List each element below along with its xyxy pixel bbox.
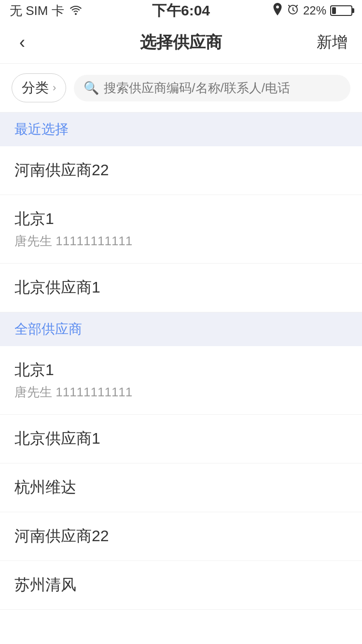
add-button[interactable]: 新增 xyxy=(317,32,348,53)
carrier-text: 无 SIM 卡 xyxy=(10,2,64,19)
battery-icon xyxy=(330,5,352,16)
chevron-right-icon: › xyxy=(53,82,56,94)
search-input[interactable] xyxy=(104,81,341,96)
list-item[interactable]: 北京供应商1 xyxy=(0,264,362,312)
item-name: 北京供应商1 xyxy=(14,277,348,298)
all-section-label: 全部供应商 xyxy=(14,322,82,336)
search-box: 🔍 xyxy=(74,75,350,101)
list-item[interactable]: 北京1 唐先生 11111111111 xyxy=(0,195,362,264)
item-name: 河南供应商22 xyxy=(14,160,348,181)
status-left: 无 SIM 卡 xyxy=(10,2,84,19)
page-title: 选择供应商 xyxy=(140,31,222,54)
list-item[interactable]: 北京1 唐先生 11111111111 xyxy=(0,346,362,415)
category-filter[interactable]: 分类 › xyxy=(12,73,66,102)
list-item[interactable]: 杭州维达 xyxy=(0,463,362,512)
list-item[interactable]: 苏州清风 xyxy=(0,561,362,610)
item-name: 北京供应商1 xyxy=(14,428,348,449)
list-item[interactable]: 河南供应商22 xyxy=(0,146,362,195)
nav-bar: ‹ 选择供应商 新增 xyxy=(0,21,362,64)
battery-percent: 22% xyxy=(303,4,326,17)
all-items-list: 北京1 唐先生 11111111111 北京供应商1 杭州维达 河南供应商22 … xyxy=(0,346,362,610)
back-button[interactable]: ‹ xyxy=(14,28,30,57)
status-bar: 无 SIM 卡 下午6:04 22% xyxy=(0,0,362,21)
list-item[interactable]: 河南供应商22 xyxy=(0,512,362,561)
filter-bar: 分类 › 🔍 xyxy=(0,64,362,112)
item-name: 河南供应商22 xyxy=(14,526,348,547)
all-section-header: 全部供应商 xyxy=(0,312,362,346)
list-item[interactable]: 北京供应商1 xyxy=(0,415,362,463)
recent-section-label: 最近选择 xyxy=(14,122,69,137)
item-name: 杭州维达 xyxy=(14,477,348,498)
status-right: 22% xyxy=(272,3,352,18)
search-icon: 🔍 xyxy=(84,81,99,96)
location-icon xyxy=(272,3,283,18)
alarm-icon xyxy=(287,3,299,18)
category-label: 分类 xyxy=(22,79,49,97)
recent-section-header: 最近选择 xyxy=(0,112,362,146)
item-name: 北京1 xyxy=(14,209,348,230)
status-time: 下午6:04 xyxy=(152,1,210,21)
item-name: 北京1 xyxy=(14,360,348,381)
item-name: 苏州清风 xyxy=(14,574,348,596)
recent-items-list: 河南供应商22 北京1 唐先生 11111111111 北京供应商1 xyxy=(0,146,362,312)
item-sub: 唐先生 11111111111 xyxy=(14,233,348,250)
wifi-icon xyxy=(68,3,84,18)
item-sub: 唐先生 11111111111 xyxy=(14,384,348,401)
